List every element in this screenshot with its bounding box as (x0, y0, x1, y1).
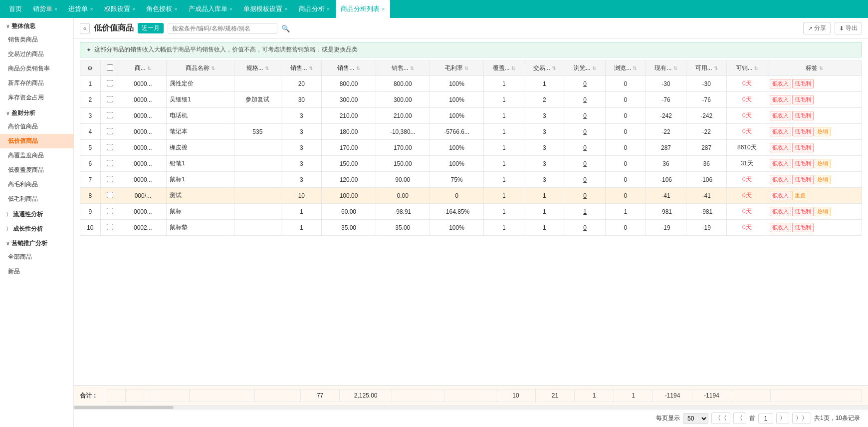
nav-role[interactable]: 角色授权 × (141, 0, 182, 18)
close-icon[interactable]: × (90, 6, 93, 12)
row-select-checkbox[interactable] (107, 144, 113, 150)
sidebar-item-low-value[interactable]: 低价值商品 (0, 134, 73, 148)
row-select-checkbox[interactable] (107, 192, 113, 198)
close-icon[interactable]: × (229, 6, 232, 12)
sidebar-item-traded-goods[interactable]: 交易过的商品 (0, 47, 73, 61)
browse-link[interactable]: 0 (583, 112, 587, 119)
select-all-checkbox[interactable] (107, 64, 113, 71)
sidebar-group-profit[interactable]: ∨ 盈财分析 (0, 105, 73, 119)
sidebar-group-overall[interactable]: ∨ 整体信息 (0, 18, 73, 32)
th-margin[interactable]: 毛利率 ⇅ (430, 61, 483, 76)
row-checkbox[interactable] (100, 204, 119, 220)
row-select-checkbox[interactable] (107, 128, 113, 134)
browse-link[interactable]: 0 (583, 192, 587, 199)
sidebar-item-new-goods[interactable]: 新品 (0, 264, 73, 279)
prev-page-button[interactable]: 〈 (733, 413, 746, 424)
close-icon[interactable]: × (54, 6, 57, 12)
nav-purchase[interactable]: 进货单 × (63, 0, 98, 18)
last-page-button[interactable]: 〉〉 (792, 413, 811, 424)
row-checkbox[interactable] (100, 124, 119, 140)
row-select-checkbox[interactable] (107, 80, 113, 86)
sidebar-item-category-sales[interactable]: 商品分类销售率 (0, 61, 73, 76)
row-select-checkbox[interactable] (107, 96, 113, 102)
browse-link[interactable]: 1 (583, 208, 587, 215)
sidebar-item-low-coverage[interactable]: 低覆盖度商品 (0, 163, 73, 177)
th-sales3[interactable]: 销售... ⇅ (376, 61, 430, 76)
sidebar-item-sales-goods[interactable]: 销售类商品 (0, 32, 73, 47)
sidebar-item-high-coverage[interactable]: 高覆盖度商品 (0, 148, 73, 163)
browse-link[interactable]: 0 (583, 176, 587, 183)
th-coverage[interactable]: 覆盖... ⇅ (484, 61, 524, 76)
row-select-checkbox[interactable] (107, 208, 113, 214)
horizontal-scrollbar[interactable] (74, 405, 868, 409)
th-stock1[interactable]: 现有... ⇅ (646, 61, 686, 76)
sidebar-item-new-stock[interactable]: 新库存的商品 (0, 76, 73, 90)
row-browse1[interactable]: 1 (565, 204, 605, 220)
row-select-checkbox[interactable] (107, 160, 113, 166)
browse-link[interactable]: 0 (583, 80, 587, 87)
row-checkbox[interactable] (100, 92, 119, 108)
search-icon[interactable]: 🔍 (281, 24, 290, 32)
sidebar-item-low-margin[interactable]: 低毛利商品 (0, 192, 73, 206)
sidebar-group-growth[interactable]: 〉 成长性分析 (0, 221, 73, 235)
close-icon[interactable]: × (327, 6, 330, 12)
row-select-checkbox[interactable] (107, 112, 113, 118)
first-page-button[interactable]: 〈〈 (711, 413, 730, 424)
page-number-input[interactable] (758, 414, 773, 424)
sidebar-item-high-margin[interactable]: 高毛利商品 (0, 177, 73, 192)
browse-link[interactable]: 0 (583, 224, 587, 231)
next-page-button[interactable]: 〉 (776, 413, 789, 424)
close-icon[interactable]: × (284, 6, 287, 12)
th-checkbox[interactable] (100, 61, 119, 76)
row-browse1[interactable]: 0 (565, 220, 605, 236)
nav-permission[interactable]: 权限设置 × (99, 0, 140, 18)
sidebar-group-marketing[interactable]: ∨ 营销推广分析 (0, 235, 73, 250)
browse-link[interactable]: 0 (583, 160, 587, 167)
th-browse2[interactable]: 浏览... ⇅ (605, 61, 646, 76)
browse-link[interactable]: 0 (583, 96, 587, 103)
th-browse1[interactable]: 浏览... ⇅ (565, 61, 605, 76)
nav-template[interactable]: 单据模板设置 × (238, 0, 292, 18)
th-trade[interactable]: 交易... ⇅ (524, 61, 565, 76)
close-icon[interactable]: × (132, 6, 135, 12)
row-browse1[interactable]: 0 (565, 76, 605, 92)
row-browse1[interactable]: 0 (565, 172, 605, 188)
th-settings[interactable]: ⚙ (80, 61, 101, 76)
sidebar-group-circulation[interactable]: 〉 流通性分析 (0, 206, 73, 221)
row-checkbox[interactable] (100, 156, 119, 172)
th-spec[interactable]: 规格... ⇅ (234, 61, 281, 76)
row-checkbox[interactable] (100, 108, 119, 124)
close-icon[interactable]: × (382, 6, 385, 12)
scrollbar-thumb[interactable] (74, 406, 174, 409)
filter-recent-month-button[interactable]: 近一月 (138, 23, 164, 33)
nav-goods-analysis[interactable]: 商品分析 × (294, 0, 335, 18)
row-checkbox[interactable] (100, 220, 119, 236)
th-sales1[interactable]: 销售... ⇅ (281, 61, 322, 76)
row-browse1[interactable]: 0 (565, 92, 605, 108)
row-checkbox[interactable] (100, 188, 119, 204)
th-sales2[interactable]: 销售... ⇅ (322, 61, 376, 76)
th-code[interactable]: 商... ⇅ (119, 61, 167, 76)
row-checkbox[interactable] (100, 76, 119, 92)
row-browse1[interactable]: 0 (565, 188, 605, 204)
browse-link[interactable]: 0 (583, 128, 587, 135)
th-stock2[interactable]: 可用... ⇅ (686, 61, 727, 76)
search-input[interactable] (168, 23, 277, 34)
export-button[interactable]: ⬇ 导出 (835, 22, 862, 34)
th-name[interactable]: 商品名称 ⇅ (167, 61, 234, 76)
nav-home[interactable]: 首页 (4, 0, 27, 18)
th-stock3[interactable]: 可销... ⇅ (727, 61, 767, 76)
sidebar-item-stock-fund[interactable]: 库存资金占用 (0, 90, 73, 105)
row-browse1[interactable]: 0 (565, 156, 605, 172)
th-tags[interactable]: 标签 ⇅ (767, 61, 862, 76)
browse-link[interactable]: 0 (583, 144, 587, 151)
row-browse1[interactable]: 0 (565, 124, 605, 140)
collapse-button[interactable]: « (80, 23, 90, 33)
nav-product-instock[interactable]: 产成品入库单 × (184, 0, 237, 18)
nav-goods-analysis-list[interactable]: 商品分析列表 × (336, 0, 390, 18)
row-browse1[interactable]: 0 (565, 140, 605, 156)
row-checkbox[interactable] (100, 172, 119, 188)
row-browse1[interactable]: 0 (565, 108, 605, 124)
close-icon[interactable]: × (174, 6, 177, 12)
share-button[interactable]: ↗ 分享 (803, 22, 831, 34)
